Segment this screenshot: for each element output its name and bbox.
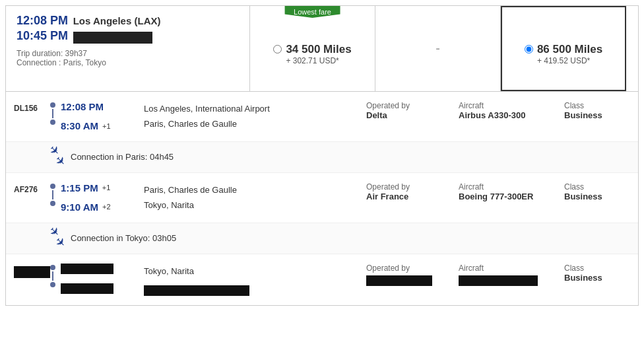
fare-option-1[interactable]: Lowest fare 34 500 Miles + 302.71 USD* (250, 6, 375, 91)
fare-radio-input-3[interactable] (525, 45, 533, 53)
last-aircraft-name-redacted (459, 275, 538, 286)
trip-duration: Trip duration: 39h37 (16, 49, 239, 58)
dot-line-1 (50, 101, 55, 126)
segment-af276: AF276 1:15 PM +1 9:10 AM +2 Paris, Charl… (6, 173, 638, 223)
seg2-operator: Operated by Air France (366, 182, 459, 201)
last-operator: Operated by (366, 264, 459, 286)
last-airports: Tokyo, Narita (144, 264, 366, 296)
summary-arrival-line: 10:45 PM (16, 29, 239, 44)
segment-code-dl156: DL156 (14, 101, 50, 113)
seg2-class-name: Business (564, 192, 630, 201)
seg1-arr-time: 8:30 AM (61, 120, 98, 131)
fare-radio-3[interactable]: 86 500 Miles + 419.52 USD* (525, 43, 602, 65)
last-times-area (61, 264, 133, 294)
seg2-dep-offset: +1 (102, 184, 111, 192)
connection-paris: ✈ ✈ Connection in Paris: 04h45 (6, 142, 638, 173)
summary-connection: Connection : Paris, Tokyo (16, 58, 239, 67)
departure-time: 12:08 PM (16, 14, 68, 27)
seg1-arr-airport: Paris, Charles de Gaulle (144, 116, 366, 131)
seg2-class-label: Class (564, 182, 630, 192)
last-segment-row: Tokyo, Narita Operated by Aircraft Class… (6, 254, 638, 305)
plane-icon-2: ✈ ✈ (49, 229, 65, 248)
seg2-operator-name: Air France (366, 192, 459, 201)
last-dep-airport: Tokyo, Narita (144, 264, 366, 279)
seg1-aircraft: Aircraft Airbus A330-300 (459, 101, 564, 120)
flight-card: 12:08 PM Los Angeles (LAX) 10:45 PM Trip… (5, 5, 639, 306)
last-class-name: Business (564, 273, 630, 283)
arrival-destination-redacted (73, 32, 152, 44)
connection-tokyo: ✈ ✈ Connection in Tokyo: 03h05 (6, 223, 638, 254)
flight-summary-info: 12:08 PM Los Angeles (LAX) 10:45 PM Trip… (6, 6, 250, 91)
seg1-class: Class Business (564, 101, 630, 120)
seg1-operator-name: Delta (366, 110, 459, 120)
seg1-class-name: Business (564, 110, 630, 120)
fare-option-3[interactable]: 86 500 Miles + 419.52 USD* (501, 6, 626, 91)
fare-radio-input-1[interactable] (273, 45, 282, 53)
seg2-dep-time: 1:15 PM (61, 182, 98, 194)
segment-dl156: DL156 12:08 PM 8:30 AM +1 Los Angeles, I… (6, 92, 638, 142)
dot-bottom-1 (50, 120, 55, 125)
dot-top-3 (50, 265, 55, 270)
last-class: Class Business (564, 264, 630, 283)
last-aircraft: Aircraft (459, 264, 564, 286)
last-operator-label: Operated by (366, 264, 459, 273)
connection-paris-text: Connection in Paris: 04h45 (71, 152, 174, 162)
seg2-arr-time: 9:10 AM (61, 201, 98, 213)
dot-bottom-3 (50, 282, 55, 287)
fare-usd-1: + 302.71 USD* (286, 56, 351, 65)
seg2-airports: Paris, Charles de Gaulle Tokyo, Narita (144, 182, 366, 213)
seg1-dep-airport: Los Angeles, International Airport (144, 101, 366, 116)
seg2-class: Class Business (564, 182, 630, 201)
dot-top-1 (50, 102, 55, 108)
last-code-redacted (14, 266, 50, 278)
plane-icon-1: ✈ ✈ (49, 147, 65, 167)
seg1-operator-label: Operated by (366, 101, 459, 110)
fare-dash-2: - (435, 41, 440, 56)
seg2-aircraft: Aircraft Boeing 777-300ER (459, 182, 564, 201)
seg1-aircraft-name: Airbus A330-300 (459, 110, 564, 120)
arrival-time-block-1: 8:30 AM +1 (61, 120, 133, 131)
seg2-operator-label: Operated by (366, 182, 459, 192)
lowest-fare-badge: Lowest fare (284, 6, 340, 18)
seg2-aircraft-label: Aircraft (459, 182, 564, 192)
seg2-aircraft-name: Boeing 777-300ER (459, 192, 564, 201)
fare-miles-1: 34 500 Miles (286, 43, 351, 56)
dot-connector-3 (52, 271, 53, 281)
last-arr-time-redacted (61, 283, 113, 294)
seg1-operator: Operated by Delta (366, 101, 459, 120)
dot-connector-2 (52, 190, 53, 199)
dot-line-3 (50, 264, 55, 289)
last-segment-code-area (14, 264, 50, 278)
seg1-arr-offset: +1 (102, 122, 111, 130)
last-arr-airport-redacted (144, 285, 249, 296)
seg1-class-label: Class (564, 101, 630, 110)
dot-connector-1 (52, 109, 53, 118)
connection-tokyo-text: Connection in Tokyo: 03h05 (71, 233, 176, 243)
dot-line-2 (50, 182, 55, 207)
dot-bottom-2 (50, 201, 55, 206)
departure-time-block-1: 12:08 PM (61, 101, 133, 112)
seg2-arr-airport: Tokyo, Narita (144, 197, 366, 213)
seg1-dep-time: 12:08 PM (61, 101, 104, 112)
arrival-time-block-2: 9:10 AM +2 (61, 201, 133, 213)
fare-option-2[interactable]: - (375, 6, 501, 91)
fare-radio-1[interactable]: 34 500 Miles + 302.71 USD* (273, 43, 351, 65)
dot-top-2 (50, 184, 55, 189)
departure-time-block-2: 1:15 PM +1 (61, 182, 133, 194)
seg2-dep-airport: Paris, Charles de Gaulle (144, 182, 366, 197)
last-class-label: Class (564, 264, 630, 273)
last-operator-name-redacted (366, 275, 432, 286)
summary-departure-line: 12:08 PM Los Angeles (LAX) (16, 14, 239, 28)
summary-row: 12:08 PM Los Angeles (LAX) 10:45 PM Trip… (6, 6, 638, 92)
last-aircraft-label: Aircraft (459, 264, 564, 273)
departure-city: Los Angeles (LAX) (73, 15, 161, 26)
seg1-aircraft-label: Aircraft (459, 101, 564, 110)
fare-usd-3: + 419.52 USD* (537, 56, 602, 65)
last-dep-time-redacted (61, 264, 113, 274)
arrival-time: 10:45 PM (16, 29, 68, 42)
segment-code-af276: AF276 (14, 182, 50, 194)
fare-miles-3: 86 500 Miles (537, 43, 602, 56)
seg1-airports: Los Angeles, International Airport Paris… (144, 101, 366, 132)
seg2-arr-offset: +2 (102, 203, 111, 211)
